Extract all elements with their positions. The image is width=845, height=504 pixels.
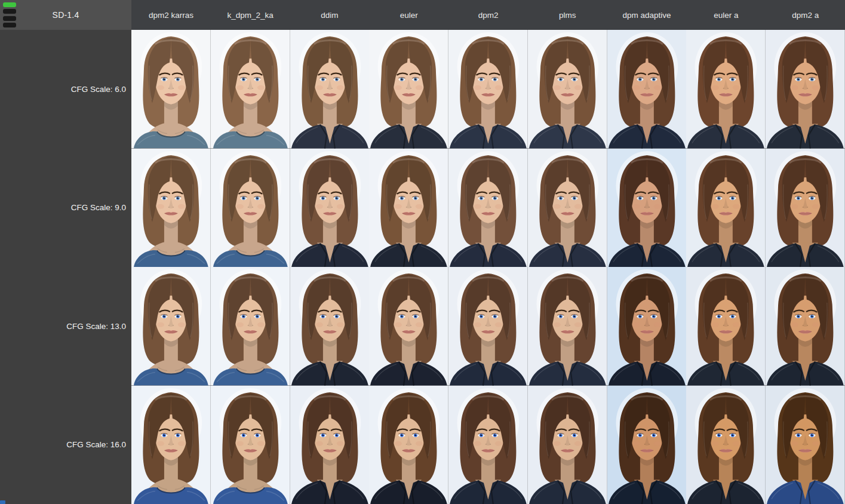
grid-image-r3-c7: [686, 386, 766, 504]
image-grid: [131, 30, 845, 504]
grid-image-r0-c0: [131, 30, 211, 149]
grid-image-r2-c4: [448, 267, 528, 386]
grid-image-r2-c8: [766, 267, 845, 386]
grid-image-r2-c2: [290, 267, 370, 386]
cfg-scale-sidebar: CFG Scale: 6.0CFG Scale: 9.0CFG Scale: 1…: [0, 30, 131, 504]
menu-bar: [3, 16, 16, 21]
grid-image-r3-c3: [369, 386, 448, 504]
grid-image-r2-c3: [369, 267, 448, 386]
grid-image-r1-c3: [369, 149, 448, 268]
grid-image-r2-c6: [607, 267, 687, 386]
row-label-cfg-0: CFG Scale: 6.0: [0, 30, 131, 149]
grid-image-r1-c7: [686, 149, 766, 268]
partial-image-sliver: [0, 500, 5, 504]
grid-image-r0-c5: [528, 30, 607, 149]
grid-image-r1-c5: [528, 149, 607, 268]
grid-image-r0-c2: [290, 30, 370, 149]
topbar: SD-1.4 dpm2 karrask_dpm_2_kaddimeulerdpm…: [0, 0, 845, 30]
grid-image-r2-c5: [528, 267, 607, 386]
grid-image-r0-c6: [607, 30, 687, 149]
grid-image-r1-c1: [211, 149, 290, 268]
grid-image-r1-c0: [131, 149, 211, 268]
grid-image-r3-c6: [607, 386, 687, 504]
sampler-header-dpm2-karras: dpm2 karras: [131, 0, 211, 30]
menu-bar: [3, 23, 16, 27]
row-label-cfg-1: CFG Scale: 9.0: [0, 149, 131, 268]
sampler-header-dpm2: dpm2: [448, 0, 528, 30]
menu-icon[interactable]: [3, 2, 17, 27]
grid-image-r1-c8: [766, 149, 845, 268]
menu-bar-active: [3, 2, 16, 7]
grid-image-r0-c7: [686, 30, 766, 149]
grid-image-r3-c5: [528, 386, 607, 504]
grid-image-r3-c8: [766, 386, 845, 504]
sampler-header-k-dpm-2-ka: k_dpm_2_ka: [211, 0, 290, 30]
model-label: SD-1.4: [53, 10, 79, 20]
grid-image-r3-c4: [448, 386, 528, 504]
row-label-cfg-3: CFG Scale: 16.0: [0, 386, 131, 504]
sampler-header-row: dpm2 karrask_dpm_2_kaddimeulerdpm2plmsdp…: [131, 0, 845, 30]
sampler-header-euler: euler: [369, 0, 448, 30]
grid-image-r1-c2: [290, 149, 370, 268]
sampler-header-plms: plms: [528, 0, 607, 30]
grid-image-r2-c1: [211, 267, 290, 386]
sampler-header-ddim: ddim: [290, 0, 370, 30]
grid-image-r3-c2: [290, 386, 370, 504]
grid-image-r0-c4: [448, 30, 528, 149]
sampler-header-dpm2-a: dpm2 a: [766, 0, 845, 30]
grid-image-r1-c6: [607, 149, 687, 268]
sampler-header-dpm-adaptive: dpm adaptive: [607, 0, 687, 30]
menu-bar: [3, 9, 16, 14]
grid-image-r0-c8: [766, 30, 845, 149]
sampler-header-euler-a: euler a: [686, 0, 766, 30]
grid-image-r3-c1: [211, 386, 290, 504]
grid-image-r2-c7: [686, 267, 766, 386]
grid-image-r3-c0: [131, 386, 211, 504]
row-label-cfg-2: CFG Scale: 13.0: [0, 267, 131, 386]
grid-image-r0-c1: [211, 30, 290, 149]
grid-image-r1-c4: [448, 149, 528, 268]
model-tab-sd-1-4[interactable]: SD-1.4: [0, 0, 131, 30]
sampler-cfg-comparison-app: SD-1.4 dpm2 karrask_dpm_2_kaddimeulerdpm…: [0, 0, 845, 504]
grid-image-r2-c0: [131, 267, 211, 386]
grid-image-r0-c3: [369, 30, 448, 149]
